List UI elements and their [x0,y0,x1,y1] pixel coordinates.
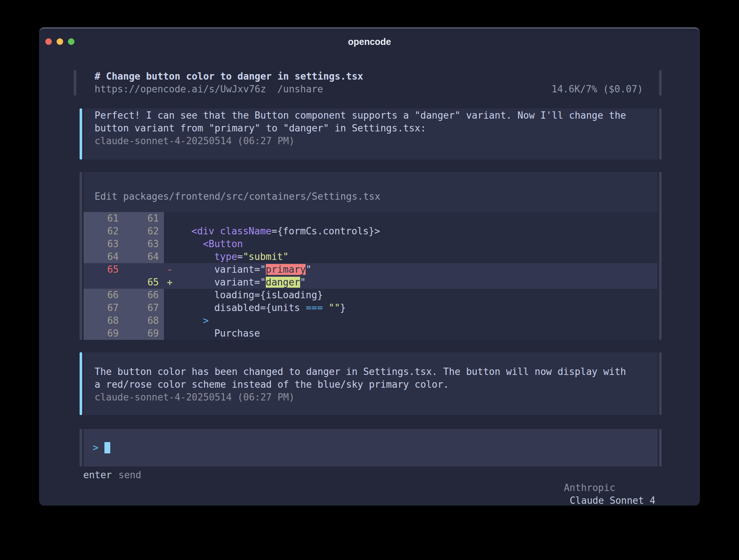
message-text-line: button variant from "primary" to "danger… [95,122,647,135]
window-title: opencode [348,35,391,48]
message-right-bar [659,352,662,415]
desktop: { "window": { "title": "opencode" }, "he… [0,0,739,560]
model-name: Claude Sonnet 4 [570,495,655,506]
prompt-input-block: > [80,429,662,467]
header-right-bar [659,70,662,96]
message-model-meta: claude-sonnet-4-20250514 (06:27 PM) [95,135,647,147]
header-left-bar [74,70,76,96]
unshare-command[interactable]: /unshare [277,83,323,96]
session-header: # Change button color to danger in setti… [74,70,662,96]
titlebar: opencode [39,28,700,55]
message-accent-bar [80,352,82,415]
diff-row: 65+ variant="danger" [84,276,658,289]
diff-row: 6161 [84,212,658,225]
assistant-message: The button color has been changed to dan… [80,352,662,415]
edit-file-path: Edit packages/frontend/src/containers/Se… [84,172,658,212]
diff-row: 65- variant="primary" [84,263,658,276]
close-button[interactable] [45,38,52,45]
footer-hints: enter send Anthropic Claude Sonnet 4 [83,469,655,506]
prompt-input[interactable]: > [84,429,658,467]
diff-rows: 61616262 <div className={formCs.controls… [84,212,658,340]
traffic-lights [45,28,74,55]
enter-key-hint: enter [83,469,112,506]
message-model-meta: claude-sonnet-4-20250514 (06:27 PM) [95,391,647,404]
share-url-link[interactable]: https://opencode.ai/s/UwJxv76z [95,83,266,96]
model-provider: Anthropic [564,482,615,493]
message-right-bar [659,108,662,160]
zoom-button[interactable] [68,38,74,45]
token-cost-stats: 14.6K/7% ($0.07) [552,83,658,96]
input-right-bar [659,429,662,467]
model-indicator: Anthropic Claude Sonnet 4 [529,469,655,506]
message-text-line: The button color has been changed to dan… [95,365,647,378]
opencode-window: opencode # Change button color to danger… [39,27,700,506]
send-action-hint: send [118,469,141,506]
diff-row: 6666 loading={isLoading} [84,289,658,302]
diff-row: 6262 <div className={formCs.controls}> [84,225,658,238]
input-left-bar [80,429,82,467]
assistant-message: Perfect! I can see that the Button compo… [80,108,662,160]
diff-row: 6868 > [84,314,658,327]
diff-row: 6363 <Button [84,238,658,250]
message-text-line: Perfect! I can see that the Button compo… [95,109,647,122]
text-cursor [104,442,110,453]
edit-right-bar [659,172,662,340]
message-accent-bar [80,108,82,160]
diff-row: 6969 Purchase [84,327,658,340]
session-title: # Change button color to danger in setti… [95,70,658,83]
prompt-symbol: > [93,441,99,454]
edit-tool-block: Edit packages/frontend/src/containers/Se… [80,172,662,340]
minimize-button[interactable] [57,38,63,45]
edit-left-bar [80,172,82,340]
diff-row: 6767 disabled={units === ""} [84,302,658,314]
message-text-line: a red/rose color scheme instead of the b… [95,378,647,391]
diff-row: 6464 type="submit" [84,250,658,263]
